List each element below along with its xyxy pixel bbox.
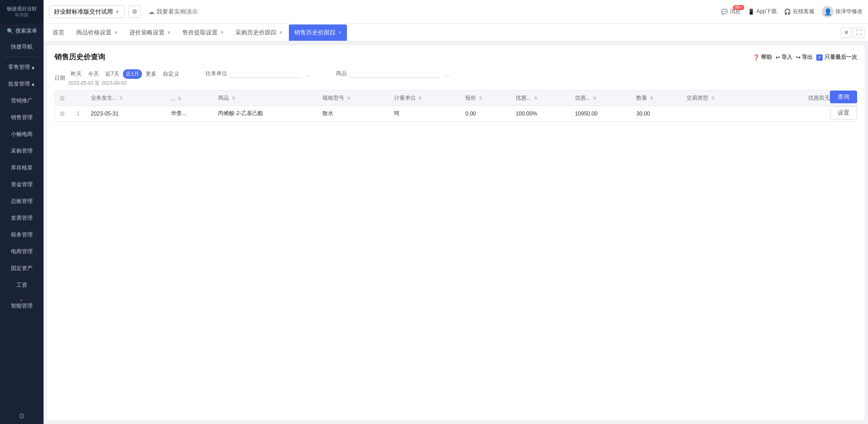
sidebar-item-purchase[interactable]: 采购管理 <box>0 143 44 159</box>
col-more[interactable]: ... ⇅ <box>166 91 214 106</box>
only-last-checkbox[interactable]: ✓ 只看最后一次 <box>816 53 857 61</box>
row-gear[interactable]: ⚙ <box>55 106 70 121</box>
sidebar-item-label-marketing: 营销推广 <box>11 97 33 105</box>
sort-icon-unit[interactable]: ⇅ <box>418 96 422 101</box>
sidebar-item-marketing[interactable]: 营销推广 <box>0 92 44 109</box>
tab-sale-price[interactable]: 售价提取设置 × <box>177 24 229 41</box>
goods-input-wrap: ... <box>350 69 451 78</box>
tab-sales-history-label: 销售历史价跟踪 <box>294 29 336 37</box>
source-input[interactable] <box>230 69 302 78</box>
messages-btn[interactable]: 💬 消息 99+ <box>721 8 741 15</box>
tab-purchase-history-close[interactable]: × <box>279 29 283 36</box>
settings-btn[interactable]: 设置 <box>830 106 857 120</box>
col-discount-price[interactable]: 优惠... ⇅ <box>571 91 632 106</box>
goods-input[interactable] <box>350 69 440 78</box>
sidebar-item-label-ledger: 总账管理 <box>11 198 33 205</box>
demo-btn[interactable]: ☁ 我要看实例演示 <box>148 8 198 16</box>
sort-icon-more[interactable]: ⇅ <box>178 96 181 101</box>
col-unit[interactable]: 计量单位 ⇅ <box>390 91 461 106</box>
only-last-label: 只看最后一次 <box>824 53 857 61</box>
sidebar-quick-nav[interactable]: 快捷导航 <box>0 39 44 55</box>
sidebar-item-retail[interactable]: 零售管理 ▲ <box>0 59 44 76</box>
sidebar-item-label-inventory: 库存核算 <box>11 164 33 172</box>
tab-sales-history-close[interactable]: × <box>338 29 341 36</box>
sidebar-gear-icon[interactable]: ⚙ <box>19 412 25 420</box>
tab-product-price-label: 商品价格设置 <box>76 29 112 37</box>
arrow-icon-wholesale: ▲ <box>31 82 35 87</box>
sidebar-item-wholesale[interactable]: 批发管理 ▲ <box>0 76 44 92</box>
tab-product-price-close[interactable]: × <box>114 29 117 36</box>
date-btn-today[interactable]: 今天 <box>85 69 102 79</box>
sidebar-search[interactable]: 🔍 搜索菜单 <box>0 24 44 39</box>
app-download-btn[interactable]: 📱 App下载 <box>748 8 777 15</box>
date-btn-custom[interactable]: 自定义 <box>160 69 182 79</box>
query-btn[interactable]: 查询 <box>830 91 857 103</box>
sidebar-item-label-tax: 税务管理 <box>11 231 33 239</box>
sidebar-item-label-purchase: 采购管理 <box>11 147 33 155</box>
col-discount-rate-label: 优惠... <box>516 95 531 101</box>
online-service-btn[interactable]: 🎧 在线客服 <box>784 8 814 15</box>
col-goods-label: 商品 <box>218 95 229 101</box>
sidebar-bottom: ⚙ <box>0 408 44 424</box>
tabbar: 首页 商品价格设置 × 进价策略设置 × 售价提取设置 × 采购历史价跟踪 × … <box>44 24 868 42</box>
sort-icon-spec[interactable]: ⇅ <box>347 96 351 101</box>
tab-home[interactable]: 首页 <box>47 24 70 41</box>
sidebar-item-ledger[interactable]: 总账管理 <box>0 193 44 210</box>
col-goods[interactable]: 商品 ⇅ <box>214 91 318 106</box>
row-unit: 吨 <box>390 106 461 121</box>
tab-purchase-strategy-close[interactable]: × <box>167 29 171 36</box>
sort-icon-qty[interactable]: ⇅ <box>650 96 653 101</box>
help-icon: ❓ <box>753 54 760 61</box>
mobile-icon: 📱 <box>748 9 755 15</box>
page-title-actions: ❓ 帮助 ↩ 导入 ↪ 导出 ✓ 只看最后一次 <box>753 53 857 61</box>
source-dots-btn[interactable]: ... <box>303 70 312 77</box>
date-btn-1month[interactable]: 近1月 <box>123 69 142 79</box>
col-price[interactable]: 报价 ⇅ <box>461 91 511 106</box>
date-btn-7days[interactable]: 近7天 <box>102 69 122 79</box>
col-trade-type[interactable]: 交易类型 ⇅ <box>682 91 753 106</box>
col-business-date[interactable]: 业务发生... ⇅ <box>86 91 166 106</box>
sidebar-item-payroll[interactable]: 工资 <box>0 277 44 294</box>
col-qty[interactable]: 数量 ⇅ <box>632 91 682 106</box>
col-spec[interactable]: 规格型号 ⇅ <box>318 91 389 106</box>
tabbar-end: ✕ ⛶ <box>841 27 864 38</box>
date-btn-yesterday[interactable]: 昨天 <box>68 69 84 79</box>
sort-icon-price[interactable]: ⇅ <box>479 96 483 101</box>
sort-icon-discount-rate[interactable]: ⇅ <box>534 96 537 101</box>
sidebar-item-finance[interactable]: 资金管理 <box>0 176 44 193</box>
col-discount-rate[interactable]: 优惠... ⇅ <box>511 91 570 106</box>
sort-icon-discount-price[interactable]: ⇅ <box>593 96 596 101</box>
sidebar-item-sales[interactable]: 销售管理 <box>0 109 44 126</box>
sidebar-item-assets[interactable]: 固定资产 <box>0 260 44 277</box>
tab-sale-price-close[interactable]: × <box>220 29 224 36</box>
table-gear-icon[interactable]: ⚙ <box>59 95 65 102</box>
tab-expand-btn[interactable]: ⛶ <box>853 27 864 38</box>
sidebar-item-invoice[interactable]: 发票管理 <box>0 210 44 226</box>
tab-purchase-strategy[interactable]: 进价策略设置 × <box>124 24 176 41</box>
sidebar-item-ai[interactable]: ● 智能管理 <box>0 294 44 314</box>
col-qty-label: 数量 <box>636 95 647 101</box>
tab-product-price[interactable]: 商品价格设置 × <box>71 24 123 41</box>
topbar-settings-btn[interactable]: ⚙ <box>128 5 141 18</box>
col-spec-label: 规格型号 <box>322 95 344 101</box>
sidebar-item-tax[interactable]: 税务管理 <box>0 226 44 243</box>
sort-icon-goods[interactable]: ⇅ <box>232 96 235 101</box>
help-btn[interactable]: ❓ 帮助 <box>753 53 772 61</box>
row-more: 华查... <box>166 106 214 121</box>
tab-sales-history[interactable]: 销售历史价跟踪 × <box>289 24 347 41</box>
sidebar-item-inventory[interactable]: 库存核算 <box>0 159 44 176</box>
search-icon: 🔍 <box>7 28 14 34</box>
import-btn[interactable]: ↩ 导入 <box>775 53 792 61</box>
goods-dots-btn[interactable]: ... <box>442 70 451 77</box>
date-btn-more[interactable]: 更多 <box>143 69 159 79</box>
tab-close-btn[interactable]: ✕ <box>841 27 852 38</box>
sort-icon-business-date[interactable]: ⇅ <box>119 96 123 101</box>
data-table: ⚙ 业务发生... ⇅ ... ⇅ 商品 ⇅ <box>54 90 857 122</box>
tab-purchase-history[interactable]: 采购历史价跟踪 × <box>230 24 288 41</box>
export-btn[interactable]: ↪ 导出 <box>796 53 813 61</box>
sort-icon-trade-type[interactable]: ⇅ <box>711 96 715 101</box>
version-select[interactable]: 好业财标准版交付试用 ▼ <box>49 5 125 18</box>
sidebar-item-ecom-small[interactable]: 小畅电商 <box>0 126 44 143</box>
sidebar-item-ecom[interactable]: 电商管理 <box>0 243 44 260</box>
user-btn[interactable]: 👤 徐泽华修改 <box>822 6 863 18</box>
